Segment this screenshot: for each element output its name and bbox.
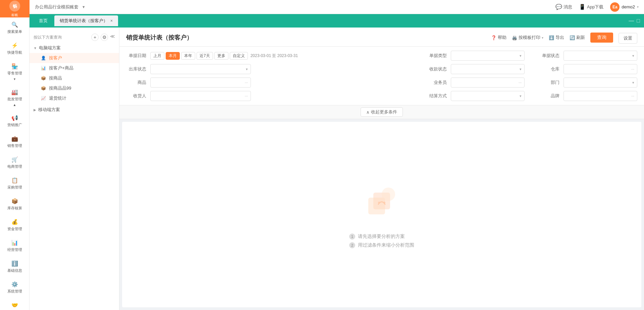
scheme-item-by-product[interactable]: 📦 按商品 <box>30 73 119 83</box>
sidebar-label-ecommerce: 电商管理 <box>7 164 22 169</box>
filter-row-4: 收货人 ··· 结算方式 ▾ 品牌 ··· <box>126 91 637 101</box>
tip2-text: 用过滤条件来缩小分析范围 <box>358 242 414 248</box>
sidebar-item-quick-nav[interactable]: ⚡ 快捷导航 <box>0 38 29 59</box>
export-button[interactable]: ⬇️ 导出 <box>549 35 564 41</box>
print-button[interactable]: 🖨️ 按模板打印 ▾ <box>512 35 543 41</box>
app-download-button[interactable]: 📱 App下载 <box>579 4 603 10</box>
sidebar-item-inventory[interactable]: 📦 库存核算 <box>0 194 29 215</box>
page-header: 销货单统计表（按客户） ❓ 帮助 🖨️ 按模板打印 ▾ ⬇️ <box>119 28 644 47</box>
settings-button[interactable]: 设置 <box>619 33 637 44</box>
system-icon: ⚙️ <box>11 281 18 288</box>
add-scheme-button[interactable]: + <box>91 34 99 41</box>
app-download-icon: 📱 <box>579 4 586 10</box>
collapse-chevron-icon: ∧ <box>366 110 370 115</box>
warehouse-select[interactable]: ··· <box>564 64 637 74</box>
sidebar-label-marketing: 营销推广 <box>7 122 22 127</box>
out-status-select[interactable]: ▾ <box>150 64 251 74</box>
retail-icon: 🏪 <box>11 63 18 69</box>
ecommerce-icon: 🛒 <box>11 156 18 163</box>
main-area: 办公用品行业模拟账套 ▾ 💬 消息 📱 App下载 Ea demo2 ▾ 首页 <box>30 0 644 310</box>
tab-home[interactable]: 首页 <box>34 15 53 26</box>
order-status-select[interactable]: ▾ <box>564 51 637 61</box>
right-panel: 销货单统计表（按客户） ❓ 帮助 🖨️ 按模板打印 ▾ ⬇️ <box>119 28 644 310</box>
sidebar-label-system: 系统管理 <box>7 289 22 294</box>
user-menu[interactable]: Ea demo2 ▾ <box>610 2 639 12</box>
industry-chevron[interactable]: ▾ <box>83 4 85 9</box>
date-btn-this-month[interactable]: 本月 <box>166 52 180 60</box>
search-icon: 🔍 <box>11 21 18 28</box>
sidebar-item-retail[interactable]: 🏪 零售管理 ▾ <box>0 59 29 85</box>
settle-select[interactable]: ▾ <box>451 91 525 101</box>
product-select[interactable]: ··· <box>150 78 251 88</box>
date-btn-custom[interactable]: 自定义 <box>230 52 248 60</box>
scheme-item-returns[interactable]: 📈 退货统计 <box>30 93 119 103</box>
app-download-label: App下载 <box>587 4 603 10</box>
collapse-bar: ∧ 收起更多条件 <box>119 105 644 119</box>
tab-report[interactable]: 销货单统计表（按客户） × <box>54 15 118 26</box>
sidebar-label-operations: 经营管理 <box>7 247 22 252</box>
sidebar-item-finance[interactable]: 💰 资金管理 <box>0 215 29 236</box>
scheme-item-by-customer[interactable]: 👤 按客户 <box>30 53 119 63</box>
by-customer-product-icon: 📊 <box>40 65 46 71</box>
date-btn-more[interactable]: 更多 <box>214 52 228 60</box>
page-header-actions: ❓ 帮助 🖨️ 按模板打印 ▾ ⬇️ 导出 � <box>491 32 637 44</box>
out-status-chevron: ▾ <box>246 67 248 71</box>
scheme-item-by-customer-product[interactable]: 📊 按客户+商品 <box>30 63 119 73</box>
sidebar-item-basic[interactable]: ℹ️ 基础信息 <box>0 256 29 277</box>
filter-row-2: 出库状态 ▾ 收款状态 ▾ 仓库 ··· <box>126 64 637 74</box>
date-btn-this-year[interactable]: 本年 <box>181 52 195 60</box>
filter-row-1: 单据日期 上月 本月 本年 近7天 更多 自定义 2023-03-01 至 20… <box>126 51 637 61</box>
tab-minimize-icon[interactable]: — <box>629 18 634 24</box>
pc-group-header[interactable]: ▼ 电脑端方案 <box>30 43 119 53</box>
svg-point-6 <box>383 202 385 204</box>
collect-status-select[interactable]: ▾ <box>451 64 525 74</box>
department-select[interactable]: ▾ <box>564 78 637 88</box>
query-button[interactable]: 查询 <box>590 33 613 43</box>
sidebar-logo: 畅 标账 <box>0 0 30 17</box>
sidebar-item-operations[interactable]: 📊 经营管理 <box>0 236 29 256</box>
logo-icon: 畅 <box>9 0 21 12</box>
sidebar-item-wholesale[interactable]: 🏭 批发管理 ▲ <box>0 85 29 111</box>
tab-close-icon[interactable]: × <box>110 18 113 23</box>
refresh-button[interactable]: 🔄 刷新 <box>570 35 585 41</box>
date-btn-last-7-days[interactable]: 近7天 <box>197 52 213 60</box>
sidebar-item-ecommerce[interactable]: 🛒 电商管理 <box>0 152 29 173</box>
sidebar-item-purchase[interactable]: 📋 采购管理 <box>0 173 29 194</box>
sidebar-label-sales: 销售管理 <box>7 143 22 148</box>
sidebar-item-sales[interactable]: 💼 销售管理 <box>0 132 29 152</box>
collapse-conditions-button[interactable]: ∧ 收起更多条件 <box>361 107 403 117</box>
sidebar: 畅 标账 🔍 搜索菜单 ⚡ 快捷导航 🏪 零售管理 ▾ 🏭 批发管理 ▲ 📢 营… <box>0 0 30 310</box>
sidebar-item-search[interactable]: 🔍 搜索菜单 <box>0 17 29 38</box>
svg-point-4 <box>382 188 395 201</box>
warehouse-dots: ··· <box>631 67 634 71</box>
sidebar-item-system[interactable]: ⚙️ 系统管理 <box>0 277 29 298</box>
help-icon: ❓ <box>491 35 496 40</box>
brand-select[interactable]: ··· <box>564 91 637 101</box>
scheme-item-by-product-99[interactable]: 📦 按商品品99 <box>30 83 119 93</box>
scheme-item-label-customer: 按客户 <box>49 55 62 61</box>
tip1-text: 请先选择要分析的方案 <box>358 234 405 240</box>
tab-maximize-icon[interactable]: □ <box>637 18 640 24</box>
tip2-number: 2 <box>349 242 355 248</box>
order-type-select[interactable]: ▾ <box>451 51 525 61</box>
settings-scheme-button[interactable]: ⚙ <box>101 34 108 41</box>
wholesale-arrow: ▲ <box>13 103 16 107</box>
panel-section-header: 按以下方案查询 + ⚙ ≪ <box>30 32 119 43</box>
sidebar-item-enterprise[interactable]: 🤝 企业协同 <box>0 298 29 310</box>
scheme-item-label-customer-product: 按客户+商品 <box>49 65 73 71</box>
receiver-dots: ··· <box>245 94 248 98</box>
message-button[interactable]: 💬 消息 <box>555 4 572 10</box>
print-icon: 🖨️ <box>512 35 517 40</box>
collapse-panel-icon[interactable]: ≪ <box>110 34 115 41</box>
retail-arrow: ▾ <box>14 77 15 81</box>
top-nav: 办公用品行业模拟账套 ▾ 💬 消息 📱 App下载 Ea demo2 ▾ <box>30 0 644 14</box>
sidebar-item-marketing[interactable]: 📢 营销推广 <box>0 111 29 132</box>
receiver-select[interactable]: ··· <box>150 91 251 101</box>
mobile-group-header[interactable]: ▶ 移动端方案 <box>30 105 119 115</box>
pc-group-label: 电脑端方案 <box>39 45 61 51</box>
help-button[interactable]: ❓ 帮助 <box>491 35 506 41</box>
salesperson-select[interactable]: ··· <box>451 78 525 88</box>
quick-nav-icon: ⚡ <box>11 42 18 49</box>
salesperson-dots: ··· <box>519 81 522 85</box>
date-btn-last-month[interactable]: 上月 <box>150 52 164 60</box>
